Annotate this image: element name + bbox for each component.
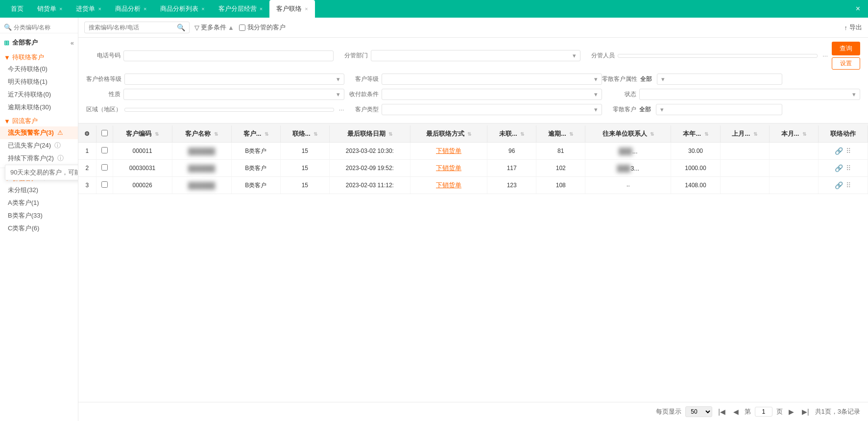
th-this-month[interactable]: 本月... ⇅ — [769, 125, 818, 143]
sidebar-group-title-returning[interactable]: ▼ 回流客户 — [0, 114, 78, 126]
row3-menu-icon[interactable]: ⠿ — [846, 181, 851, 189]
dept-label: 分管部门 — [334, 51, 368, 60]
row2-checkbox[interactable] — [96, 160, 113, 177]
page-number-input[interactable] — [755, 407, 772, 417]
close-customer-layer-tab[interactable]: × — [260, 0, 263, 18]
sort-type-icon: ⇅ — [265, 131, 268, 137]
sidebar-item-overdue-contact[interactable]: 逾期未联络(30) — [0, 101, 78, 114]
row3-type: B类客户 — [231, 177, 280, 194]
phone-input[interactable] — [123, 50, 334, 61]
first-page-btn[interactable]: |◀ — [716, 407, 727, 417]
row1-check[interactable] — [101, 147, 108, 153]
close-customer-contact-tab[interactable]: × — [305, 0, 308, 18]
row2-last-way[interactable]: 下销货单 — [410, 160, 487, 177]
row3-last-way[interactable]: 下销货单 — [410, 177, 487, 194]
prev-page-btn[interactable]: ◀ — [731, 407, 741, 417]
th-contact[interactable]: 联络... ⇅ — [280, 125, 329, 143]
row2-contact: 15 — [280, 160, 329, 177]
th-last-date[interactable]: 最后联络日期 ⇅ — [329, 125, 410, 143]
status-select[interactable]: ▾ — [639, 89, 860, 100]
close-purchase-tab[interactable]: × — [98, 0, 101, 18]
info-icon-2: ⓘ — [57, 154, 64, 162]
my-customer-checkbox[interactable]: 我分管的客户 — [239, 23, 286, 32]
search-submit-icon[interactable]: 🔍 — [177, 24, 185, 31]
cust-type-label: 客户类型 — [344, 105, 379, 114]
customer-level-select[interactable]: ▾ — [382, 74, 603, 85]
row3-check[interactable] — [101, 181, 108, 188]
price-level-select[interactable]: ▾ — [124, 74, 344, 85]
close-analysis-list-tab[interactable]: × — [201, 0, 204, 18]
nav-tab-analysis-list[interactable]: 商品分析列表 × — [153, 0, 211, 18]
more-conditions-btn[interactable]: ▽ 更多条件 ▲ — [194, 23, 234, 32]
sidebar-item-class-c[interactable]: C类客户(6) — [0, 222, 78, 235]
nav-tab-customer-layer[interactable]: 客户分层经营 × — [212, 0, 269, 18]
sidebar-group-title-pending[interactable]: ▼ 待联络客户 — [0, 50, 78, 63]
sidebar-collapse-btn[interactable]: « — [71, 39, 74, 47]
th-overdue[interactable]: 逾期... ⇅ — [536, 125, 585, 143]
row2-check[interactable] — [101, 164, 108, 171]
sidebar-all-customers[interactable]: ⊞ 全部客户 « — [0, 35, 78, 50]
filter-actions: 查询 设置 — [832, 42, 860, 70]
row1-last-way[interactable]: 下销货单 — [410, 143, 487, 160]
sidebar-item-tomorrow[interactable]: 明天待联络(1) — [0, 75, 78, 88]
row2-link-icon[interactable]: 🔗 — [835, 164, 843, 172]
nav-tab-analysis[interactable]: 商品分析 × — [108, 0, 153, 18]
filter-row-3: 性质 ▾ 收付款条件 ▾ 状态 — [86, 89, 860, 100]
window-close-button[interactable]: × — [852, 4, 864, 13]
person-select[interactable] — [618, 54, 818, 58]
th-last-month[interactable]: 上月... ⇅ — [720, 125, 769, 143]
sidebar-item-churn-warning[interactable]: 流失预警客户(3) ⚠ — [0, 126, 78, 139]
region-more-icon[interactable]: ··· — [339, 106, 344, 113]
query-button[interactable]: 查询 — [832, 42, 860, 55]
sidebar-item-class-a[interactable]: A类客户(1) — [0, 197, 78, 209]
row1-menu-icon[interactable]: ⠿ — [846, 147, 851, 155]
sidebar-item-7days[interactable]: 近7天待联络(0) — [0, 88, 78, 101]
payment-select[interactable]: ▾ — [382, 89, 603, 100]
nav-tab-purchase[interactable]: 进货单 × — [69, 0, 108, 18]
close-analysis-tab[interactable]: × — [144, 0, 146, 18]
th-last-way[interactable]: 最后联络方式 ⇅ — [410, 125, 487, 143]
sidebar-item-ungroup[interactable]: 未分组(32) — [0, 184, 78, 197]
export-button[interactable]: ↑ 导出 — [844, 23, 863, 32]
row1-unit-contact: ███... — [585, 143, 671, 160]
cust-type-select[interactable]: ▾ — [382, 104, 603, 115]
nav-tab-sales[interactable]: 销货单 × — [30, 0, 69, 18]
dept-select[interactable]: ▾ — [371, 50, 581, 61]
row3-actions: 🔗 ⠿ — [818, 177, 868, 194]
row3-link-icon[interactable]: 🔗 — [835, 181, 843, 189]
nav-tab-customer-contact[interactable]: 客户联络 × — [269, 0, 314, 18]
filter-cell-nature: 性质 ▾ — [86, 89, 344, 100]
last-page-btn[interactable]: ▶| — [800, 407, 811, 417]
close-sales-tab[interactable]: × — [59, 0, 62, 18]
next-page-btn[interactable]: ▶ — [787, 407, 796, 417]
search-input[interactable] — [89, 24, 177, 31]
sidebar-item-churned[interactable]: 已流失客户(24) ⓘ — [0, 139, 78, 152]
my-customer-check[interactable] — [239, 25, 245, 31]
select-all-checkbox[interactable] — [101, 130, 108, 136]
th-unlisted[interactable]: 未联... ⇅ — [487, 125, 536, 143]
row1-checkbox[interactable] — [96, 143, 113, 160]
nature-select[interactable]: ▾ — [123, 89, 344, 100]
sidebar-item-declining[interactable]: 持续下滑客户(2) ⓘ — [0, 152, 78, 165]
row3-checkbox[interactable] — [96, 177, 113, 194]
sidebar-search-input[interactable] — [14, 24, 74, 31]
row1-link-icon[interactable]: 🔗 — [835, 147, 843, 155]
table-area: ⚙ 客户编码 ⇅ 客户名称 ⇅ 客户... ⇅ — [78, 125, 868, 402]
th-type[interactable]: 客户... ⇅ — [231, 125, 280, 143]
retail-attr-select[interactable]: ▾ — [657, 74, 782, 85]
retail-select[interactable]: ▾ — [656, 104, 782, 115]
th-name[interactable]: 客户名称 ⇅ — [172, 125, 231, 143]
person-more-icon[interactable]: ··· — [822, 52, 828, 59]
th-gear[interactable]: ⚙ — [78, 125, 96, 143]
th-this-year[interactable]: 本年... ⇅ — [671, 125, 720, 143]
sidebar-item-today[interactable]: 今天待联络(0) — [0, 63, 78, 75]
row2-menu-icon[interactable]: ⠿ — [846, 164, 851, 172]
sidebar-item-class-b[interactable]: B类客户(33) — [0, 209, 78, 222]
nav-tab-home[interactable]: 首页 — [4, 0, 30, 18]
th-code[interactable]: 客户编码 ⇅ — [113, 125, 172, 143]
th-unit-contact[interactable]: 往来单位联系人 ⇅ — [585, 125, 671, 143]
per-page-select[interactable]: 50 100 200 — [685, 406, 712, 417]
th-checkbox[interactable] — [96, 125, 113, 143]
settings-button[interactable]: 设置 — [832, 57, 860, 70]
region-select[interactable] — [124, 108, 334, 112]
